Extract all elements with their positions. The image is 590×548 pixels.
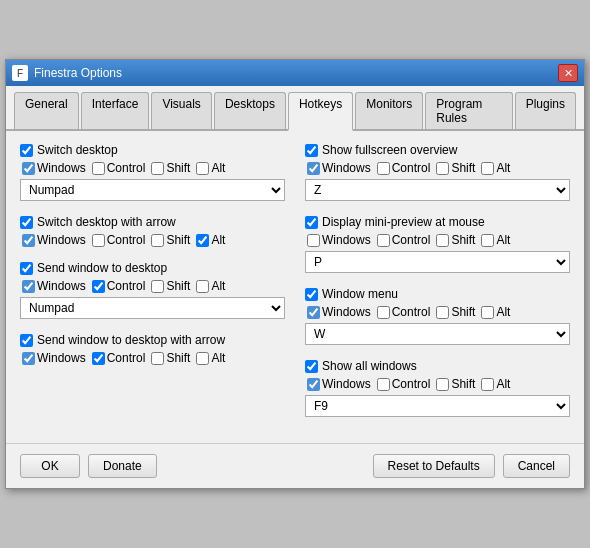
mod-windows-sda[interactable]: Windows — [22, 233, 86, 247]
tab-general[interactable]: General — [14, 92, 79, 129]
tab-interface[interactable]: Interface — [81, 92, 150, 129]
mod-shift-saw[interactable]: Shift — [436, 377, 475, 391]
modifiers-send-window: Windows Control Shift Alt — [20, 279, 285, 293]
mod-windows-sw[interactable]: Windows — [22, 279, 86, 293]
group-title-switch-desktop-arrow: Switch desktop with arrow — [20, 215, 285, 229]
group-title-send-window-arrow: Send window to desktop with arrow — [20, 333, 285, 347]
cb-switch-desktop[interactable] — [20, 144, 33, 157]
mod-control-sw[interactable]: Control — [92, 279, 146, 293]
mod-alt-wm[interactable]: Alt — [481, 305, 510, 319]
cb-send-window[interactable] — [20, 262, 33, 275]
mod-alt-sda[interactable]: Alt — [196, 233, 225, 247]
mod-alt-fs[interactable]: Alt — [481, 161, 510, 175]
cb-windows-fs[interactable] — [307, 162, 320, 175]
key-select-window-menu[interactable]: W — [305, 323, 570, 345]
cb-shift-sw[interactable] — [151, 280, 164, 293]
mod-windows-mp[interactable]: Windows — [307, 233, 371, 247]
cb-shift-sda[interactable] — [151, 234, 164, 247]
cb-alt-swa[interactable] — [196, 352, 209, 365]
mod-windows-saw[interactable]: Windows — [307, 377, 371, 391]
label-show-all-windows: Show all windows — [322, 359, 417, 373]
reset-button[interactable]: Reset to Defaults — [373, 454, 495, 478]
tab-hotkeys[interactable]: Hotkeys — [288, 92, 353, 131]
key-select-switch-desktop[interactable]: Numpad — [20, 179, 285, 201]
group-title-fullscreen: Show fullscreen overview — [305, 143, 570, 157]
mod-control-wm[interactable]: Control — [377, 305, 431, 319]
mod-alt-switch-desktop[interactable]: Alt — [196, 161, 225, 175]
cb-shift-swa[interactable] — [151, 352, 164, 365]
mod-shift-mp[interactable]: Shift — [436, 233, 475, 247]
cb-shift-fs[interactable] — [436, 162, 449, 175]
title-buttons: ✕ — [558, 64, 578, 82]
cb-alt-sw[interactable] — [196, 280, 209, 293]
mod-control-switch-desktop[interactable]: Control — [92, 161, 146, 175]
tab-plugins[interactable]: Plugins — [515, 92, 576, 129]
cb-control-fs[interactable] — [377, 162, 390, 175]
mod-shift-sda[interactable]: Shift — [151, 233, 190, 247]
mod-control-mp[interactable]: Control — [377, 233, 431, 247]
mod-shift-wm[interactable]: Shift — [436, 305, 475, 319]
cb-control-sda[interactable] — [92, 234, 105, 247]
cb-control-saw[interactable] — [377, 378, 390, 391]
mod-control-sda[interactable]: Control — [92, 233, 146, 247]
mod-alt-mp[interactable]: Alt — [481, 233, 510, 247]
cb-shift-mp[interactable] — [436, 234, 449, 247]
mod-windows-switch-desktop[interactable]: Windows — [22, 161, 86, 175]
cb-alt-mp[interactable] — [481, 234, 494, 247]
cb-windows-mp[interactable] — [307, 234, 320, 247]
mod-alt-swa[interactable]: Alt — [196, 351, 225, 365]
cb-window-menu[interactable] — [305, 288, 318, 301]
tab-monitors[interactable]: Monitors — [355, 92, 423, 129]
mod-alt-sw[interactable]: Alt — [196, 279, 225, 293]
mod-control-swa[interactable]: Control — [92, 351, 146, 365]
mod-control-saw[interactable]: Control — [377, 377, 431, 391]
tab-desktops[interactable]: Desktops — [214, 92, 286, 129]
cb-windows-saw[interactable] — [307, 378, 320, 391]
tab-program-rules[interactable]: Program Rules — [425, 92, 512, 129]
cb-control-wm[interactable] — [377, 306, 390, 319]
tab-visuals[interactable]: Visuals — [151, 92, 211, 129]
mod-shift-fs[interactable]: Shift — [436, 161, 475, 175]
cb-alt-wm[interactable] — [481, 306, 494, 319]
cb-fullscreen[interactable] — [305, 144, 318, 157]
cb-control-swa[interactable] — [92, 352, 105, 365]
cb-alt-switch-desktop[interactable] — [196, 162, 209, 175]
hotkeys-content: Switch desktop Windows Control — [6, 131, 584, 443]
key-select-show-all-windows[interactable]: F9 — [305, 395, 570, 417]
footer: OK Donate Reset to Defaults Cancel — [6, 443, 584, 488]
close-button[interactable]: ✕ — [558, 64, 578, 82]
cb-alt-sda[interactable] — [196, 234, 209, 247]
cb-control-sw[interactable] — [92, 280, 105, 293]
mod-alt-saw[interactable]: Alt — [481, 377, 510, 391]
cb-shift-saw[interactable] — [436, 378, 449, 391]
cb-windows-sda[interactable] — [22, 234, 35, 247]
cancel-button[interactable]: Cancel — [503, 454, 570, 478]
donate-button[interactable]: Donate — [88, 454, 157, 478]
cb-windows-wm[interactable] — [307, 306, 320, 319]
cb-control-mp[interactable] — [377, 234, 390, 247]
key-select-send-window[interactable]: Numpad — [20, 297, 285, 319]
key-select-mini-preview[interactable]: P — [305, 251, 570, 273]
cb-mini-preview[interactable] — [305, 216, 318, 229]
cb-send-window-arrow[interactable] — [20, 334, 33, 347]
tab-bar: General Interface Visuals Desktops Hotke… — [6, 86, 584, 131]
mod-windows-swa[interactable]: Windows — [22, 351, 86, 365]
cb-show-all-windows[interactable] — [305, 360, 318, 373]
mod-shift-sw[interactable]: Shift — [151, 279, 190, 293]
cb-alt-saw[interactable] — [481, 378, 494, 391]
cb-shift-switch-desktop[interactable] — [151, 162, 164, 175]
cb-switch-desktop-arrow[interactable] — [20, 216, 33, 229]
mod-windows-wm[interactable]: Windows — [307, 305, 371, 319]
cb-shift-wm[interactable] — [436, 306, 449, 319]
cb-windows-swa[interactable] — [22, 352, 35, 365]
ok-button[interactable]: OK — [20, 454, 80, 478]
mod-shift-switch-desktop[interactable]: Shift — [151, 161, 190, 175]
cb-windows-switch-desktop[interactable] — [22, 162, 35, 175]
cb-control-switch-desktop[interactable] — [92, 162, 105, 175]
mod-shift-swa[interactable]: Shift — [151, 351, 190, 365]
cb-alt-fs[interactable] — [481, 162, 494, 175]
cb-windows-sw[interactable] — [22, 280, 35, 293]
key-select-fullscreen[interactable]: Z — [305, 179, 570, 201]
mod-windows-fs[interactable]: Windows — [307, 161, 371, 175]
mod-control-fs[interactable]: Control — [377, 161, 431, 175]
